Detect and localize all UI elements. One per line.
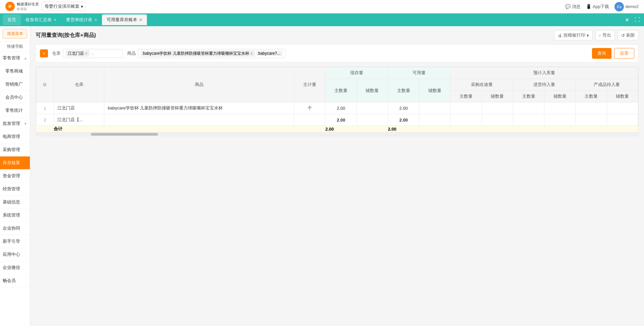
row-2-purchase-aux — [482, 114, 513, 126]
th-available: 可用量 — [388, 67, 450, 79]
sidebar-item-ecommerce[interactable]: 电商管理 — [0, 130, 30, 143]
product-filter-label: 商品 — [127, 50, 136, 56]
table-row: 2 江北门店【... 2.00 2.00 — [36, 114, 638, 126]
sidebar-item-basics[interactable]: 基础信息 — [0, 196, 30, 209]
warehouse-tag-close[interactable]: ✕ — [85, 52, 88, 55]
print-icon: 🖨 — [558, 33, 562, 38]
chevron-down-icon-wholesale: ▼ — [24, 122, 27, 126]
logo-text-block: 畅捷通好生意 标准版 — [17, 2, 39, 11]
warehouse-more-icon: ··· — [91, 51, 95, 56]
row-2-available-main: 2.00 — [388, 114, 419, 126]
sidebar-item-retail-stats[interactable]: 零售统计 — [0, 104, 30, 117]
row-2-available-aux — [419, 114, 450, 126]
th-warehouse: 仓库 — [54, 67, 104, 102]
sidebar-item-member[interactable]: 会员中心 — [0, 91, 30, 104]
row-1-warehouse: 江北门店 — [54, 102, 104, 114]
warehouse-tag: 江北门店 ✕ — [66, 50, 90, 57]
tab-available-stock-label: 可用量库存账本 — [107, 17, 137, 23]
user-area[interactable]: Ea demo2 — [614, 2, 639, 11]
th-main-unit: 主计量 — [294, 67, 325, 102]
warehouse-filter-input[interactable]: 江北门店 ✕ ··· — [63, 49, 123, 58]
row-1-available-main: 2.00 — [388, 102, 419, 114]
row-2-purchase-main — [450, 114, 482, 126]
sidebar-item-operations[interactable]: 经营管理 — [0, 183, 30, 196]
tab-order-stats[interactable]: 要货单统计表 ✕ — [61, 14, 102, 25]
th-product-main: 主数量 — [576, 91, 607, 102]
row-2-product-aux — [607, 114, 638, 126]
sidebar-item-inventory-label: 库存核算 — [3, 160, 20, 166]
nav-tabs: 首页 收发存汇总表 ✕ 要货单统计表 ✕ 可用量库存账本 ✕ ✕ ⛶ — [0, 13, 644, 26]
sidebar-item-purchase[interactable]: 采购管理 — [0, 143, 30, 156]
sidebar-item-retail-mall-label: 零售商城 — [5, 68, 23, 74]
app-download-btn[interactable]: 📱 App下载 — [586, 4, 609, 10]
query-btn[interactable]: 查询 — [592, 48, 611, 59]
page-title: 可用量查询(按仓库+商品) — [36, 32, 96, 39]
sidebar-item-vip[interactable]: 畅会员 — [0, 274, 30, 287]
sidebar-item-finance-label: 资金管理 — [3, 173, 20, 179]
scroll-thumb[interactable] — [91, 133, 158, 136]
sidebar-item-retail-mall[interactable]: 零售商城 — [0, 65, 30, 78]
sidebar-item-wholesale[interactable]: 批发管理 ▼ — [0, 117, 30, 130]
row-1-available-aux — [419, 102, 450, 114]
sidebar-item-retail[interactable]: 零售管理 ▲ — [0, 52, 30, 65]
quick-nav-btn[interactable]: 快捷导航 — [0, 42, 30, 52]
product-tag-1-close[interactable]: ✕ — [250, 52, 253, 55]
main-layout: 搜索菜单 快捷导航 零售管理 ▲ 零售商城 营销推广 会员中心 零售统计 批发管… — [0, 26, 644, 326]
top-bar: 好 畅捷通好生意 标准版 母婴行业演示账套 ▾ 💬 消息 📱 App下载 Ea … — [0, 0, 644, 13]
sidebar: 搜索菜单 快捷导航 零售管理 ▲ 零售商城 营销推广 会员中心 零售统计 批发管… — [0, 26, 30, 326]
refresh-btn[interactable]: ↺ 刷新 — [618, 30, 639, 40]
sidebar-item-enterprise-wechat-label: 企业微信 — [3, 265, 20, 271]
tab-order-stats-close[interactable]: ✕ — [94, 18, 97, 22]
sidebar-item-system-label: 系统管理 — [3, 212, 20, 218]
nav-tabs-right: ✕ ⛶ — [624, 15, 641, 25]
filter-expand-btn[interactable]: » — [40, 49, 48, 57]
sidebar-item-inventory[interactable]: 库存核算 — [0, 156, 30, 170]
sidebar-item-enterprise-label: 企业协同 — [3, 225, 20, 231]
search-menu-btn[interactable]: 搜索菜单 — [3, 29, 27, 39]
close-window-icon[interactable]: ✕ — [624, 15, 631, 25]
footer-p6 — [607, 126, 638, 132]
sidebar-item-newbie[interactable]: 新手引导 — [0, 235, 30, 248]
row-1-product-aux — [607, 102, 638, 114]
print-btn[interactable]: 🖨 按模板打印 ▾ — [554, 30, 593, 40]
tab-income-expense-close[interactable]: ✕ — [54, 18, 57, 22]
footer-current-main: 2.00 — [325, 126, 357, 132]
sidebar-item-purchase-label: 采购管理 — [3, 147, 20, 153]
horizontal-scrollbar[interactable] — [36, 132, 638, 136]
row-2-num: 2 — [36, 114, 54, 126]
sidebar-item-marketing[interactable]: 营销推广 — [0, 78, 30, 91]
sidebar-item-system[interactable]: 系统管理 — [0, 209, 30, 222]
row-2-warehouse: 江北门店【... — [54, 114, 104, 126]
product-tag-2-value: babycare?... — [258, 51, 280, 56]
tab-available-stock-close[interactable]: ✕ — [139, 18, 142, 22]
sidebar-item-enterprise[interactable]: 企业协同 — [0, 222, 30, 235]
refresh-label: 刷新 — [626, 32, 635, 38]
export-btn[interactable]: ↑ 导出 — [595, 30, 615, 40]
tab-income-expense[interactable]: 收发存汇总表 ✕ — [21, 14, 61, 25]
product-filter-input[interactable]: babycare学饮杯 儿童防摔防撞吸管杯重力球吸嘴杯宝宝水杯 ✕ babyca… — [138, 49, 285, 58]
th-product-incoming: 产成品待入量 — [576, 79, 638, 91]
maximize-icon[interactable]: ⛶ — [633, 15, 641, 24]
tab-available-stock[interactable]: 可用量库存账本 ✕ — [102, 14, 147, 25]
tab-home[interactable]: 首页 — [3, 14, 21, 25]
setting-btn[interactable]: 设置 — [614, 48, 634, 59]
print-label: 按模板打印 — [564, 32, 585, 38]
sidebar-item-basics-label: 基础信息 — [3, 199, 20, 205]
logo-area: 好 畅捷通好生意 标准版 — [5, 2, 39, 11]
row-1-unit: 个 — [294, 102, 325, 114]
product-tag-1: babycare学饮杯 儿童防摔防撞吸管杯重力球吸嘴杯宝宝水杯 ✕ — [141, 50, 255, 57]
account-selector[interactable]: 母婴行业演示账套 ▾ — [42, 2, 86, 11]
refresh-icon: ↺ — [621, 33, 625, 38]
sidebar-item-wholesale-label: 批发管理 — [3, 121, 20, 127]
message-btn[interactable]: 💬 消息 — [565, 4, 581, 10]
chevron-up-icon: ▲ — [24, 56, 27, 60]
sidebar-search-area: 搜索菜单 — [0, 26, 30, 42]
row-1-current-aux — [357, 102, 388, 114]
sidebar-item-enterprise-wechat[interactable]: 企业微信 — [0, 261, 30, 274]
sidebar-item-apps[interactable]: 应用中心 — [0, 248, 30, 261]
th-gear[interactable]: ⚙ — [36, 67, 54, 102]
th-product-aux: 辅数量 — [607, 91, 638, 102]
sidebar-item-finance[interactable]: 资金管理 — [0, 170, 30, 183]
filter-bar: » 仓库 江北门店 ✕ ··· 商品 babycare学饮杯 儿童防摔防撞吸管杯… — [36, 44, 639, 62]
tab-home-label: 首页 — [7, 17, 16, 23]
